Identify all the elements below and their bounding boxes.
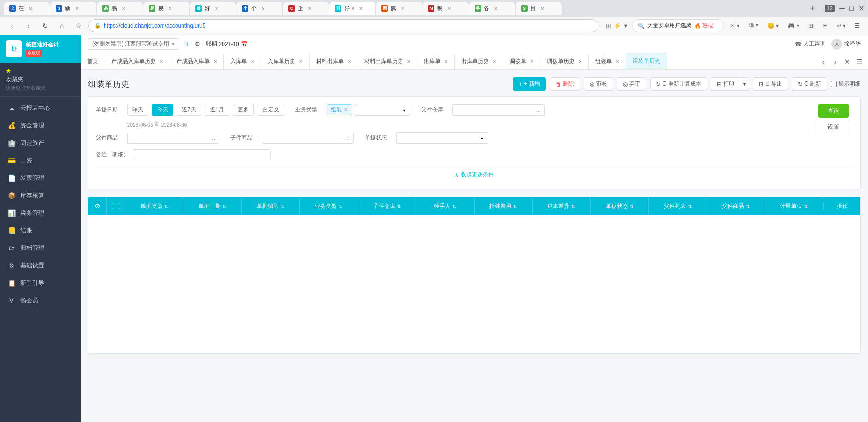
app-tab-at6[interactable]: 材料出库单✕ bbox=[310, 53, 358, 70]
settings-btn[interactable]: ⚙ bbox=[195, 40, 200, 47]
undo-tool[interactable]: ↩ ▾ bbox=[834, 22, 848, 30]
date-btn-1month[interactable]: 近1月 bbox=[205, 104, 229, 116]
app-tab-close-at7[interactable]: ✕ bbox=[407, 59, 411, 64]
app-tab-close-at2[interactable]: ✕ bbox=[159, 59, 163, 64]
th-cost-diff[interactable]: 成本差异 ⇅ bbox=[533, 197, 591, 215]
app-tab-at10[interactable]: 调拨单✕ bbox=[503, 53, 540, 70]
app-tab-at3[interactable]: 产成品入库单✕ bbox=[170, 53, 224, 70]
emoji-tool[interactable]: 😊 ▾ bbox=[765, 22, 781, 30]
add-company-btn[interactable]: + bbox=[185, 40, 189, 48]
app-tab-at5[interactable]: 入库单历史✕ bbox=[261, 53, 310, 70]
address-bar[interactable]: 🔒 https://cloud.chanjet.com/accounting/u… bbox=[88, 19, 598, 32]
tab-scroll-right[interactable]: › bbox=[830, 57, 840, 67]
browser-tab-t11[interactable]: 各 各 ✕ bbox=[469, 2, 515, 15]
app-tab-at8[interactable]: 出库单✕ bbox=[417, 53, 455, 70]
th-settings[interactable]: ⚙ bbox=[88, 197, 107, 215]
sidebar-item-cloud-report[interactable]: ☁ 云报表中心 bbox=[0, 99, 81, 117]
tab-menu[interactable]: ☰ bbox=[854, 57, 864, 67]
browser-tab-t8[interactable]: 好 好 × ✕ bbox=[329, 2, 375, 15]
tab-close-all[interactable]: ✕ bbox=[842, 57, 852, 67]
app-tab-at4[interactable]: 入库单✕ bbox=[224, 53, 261, 70]
scrollbar-area[interactable] bbox=[88, 354, 861, 359]
th-biz-type[interactable]: 业务类型 ⇅ bbox=[300, 197, 358, 215]
menu-tool[interactable]: ☰ bbox=[852, 22, 862, 30]
brightness-tool[interactable]: ☀ bbox=[820, 22, 830, 30]
lightning-icon[interactable]: ⚡ bbox=[613, 22, 621, 29]
app-tab-close-at8[interactable]: ✕ bbox=[444, 59, 448, 64]
browser-tab-t3[interactable]: 易 易 ✕ bbox=[97, 2, 143, 15]
select-all-checkbox[interactable] bbox=[113, 203, 119, 209]
sidebar-item-archive[interactable]: 🗂 归档管理 bbox=[0, 239, 81, 257]
date-btn-yesterday[interactable]: 昨天 bbox=[127, 104, 148, 116]
date-btn-more[interactable]: 更多 bbox=[233, 104, 254, 116]
tab-close-icon[interactable]: ✕ bbox=[308, 6, 311, 11]
parent-warehouse-dropdown[interactable]: ... bbox=[452, 104, 545, 116]
sidebar-item-vip[interactable]: V 畅会员 bbox=[0, 292, 81, 309]
print-dropdown[interactable]: ▾ bbox=[740, 77, 749, 91]
th-checkbox[interactable] bbox=[107, 197, 125, 215]
th-handler[interactable]: 经手人 ⇅ bbox=[416, 197, 474, 215]
maximize-button[interactable]: □ bbox=[849, 4, 854, 12]
sidebar-item-wage[interactable]: 💳 工资 bbox=[0, 152, 81, 169]
th-parent-list[interactable]: 父件列表 ⇅ bbox=[649, 197, 707, 215]
th-parent-goods[interactable]: 父件商品 ⇅ bbox=[707, 197, 765, 215]
date-btn-custom[interactable]: 自定义 bbox=[258, 104, 284, 116]
child-goods-input[interactable]: ... bbox=[262, 133, 354, 144]
app-tab-close-at10[interactable]: ✕ bbox=[530, 59, 534, 64]
refresh-button[interactable]: ↻ C 刷新 bbox=[792, 77, 827, 91]
browser-tab-t7[interactable]: C 企 ✕ bbox=[283, 2, 329, 15]
app-tab-at11[interactable]: 调拨单历史✕ bbox=[540, 53, 589, 70]
recalc-button[interactable]: ↻ C 重新计算成本 bbox=[650, 77, 707, 91]
app-tab-close-at12[interactable]: ✕ bbox=[616, 59, 619, 64]
app-tab-close-at9[interactable]: ✕ bbox=[493, 59, 496, 64]
app-tab-at1[interactable]: 首页 bbox=[81, 53, 105, 70]
dropdown-arrow[interactable]: ▼ bbox=[623, 23, 628, 29]
sidebar-item-tax[interactable]: 📊 税务管理 bbox=[0, 204, 81, 222]
app-tab-close-at5[interactable]: ✕ bbox=[299, 59, 303, 64]
abandon-button[interactable]: ◎ 弃审 bbox=[617, 77, 646, 91]
company-selector[interactable]: (勿删勿禁用) 江西服宝测试专用 ▼ bbox=[88, 38, 179, 50]
browser-tab-t5[interactable]: 好 好 ✕ bbox=[190, 2, 236, 15]
apps-icon[interactable]: ⊞ bbox=[606, 22, 611, 29]
app-tab-at13[interactable]: 组装单历史 bbox=[626, 53, 667, 70]
print-button[interactable]: ⊟ 打印 bbox=[711, 77, 740, 91]
biz-type-dropdown[interactable] bbox=[355, 104, 410, 116]
tab-scroll-left[interactable]: ‹ bbox=[818, 57, 828, 67]
close-button[interactable]: ✕ bbox=[858, 4, 864, 13]
tab-close-icon[interactable]: ✕ bbox=[75, 6, 79, 11]
th-bill-type[interactable]: 单据类型 ⇅ bbox=[125, 197, 183, 215]
tab-close-icon[interactable]: ✕ bbox=[261, 6, 265, 11]
th-unit[interactable]: 计量单位 ⇅ bbox=[765, 197, 823, 215]
date-btn-7days[interactable]: 近7天 bbox=[177, 104, 201, 116]
app-tab-at12[interactable]: 组装单✕ bbox=[589, 53, 626, 70]
reload-button[interactable]: ↻ bbox=[39, 19, 52, 32]
tab-close-icon[interactable]: ✕ bbox=[447, 6, 451, 11]
query-button[interactable]: 查询 bbox=[818, 104, 849, 118]
date-btn-today[interactable]: 今天 bbox=[152, 104, 173, 116]
app-tab-close-at4[interactable]: ✕ bbox=[251, 59, 254, 64]
sidebar-item-account[interactable]: 📒 结账 bbox=[0, 222, 81, 239]
th-disassembly-fee[interactable]: 拆装费用 ⇅ bbox=[475, 197, 533, 215]
back-button[interactable]: ‹ bbox=[6, 19, 18, 32]
browser-tab-t9[interactable]: 腾 腾 ✕ bbox=[376, 2, 422, 15]
sidebar-favorites[interactable]: ★ 收藏夹 快捷键打开收藏夹 bbox=[0, 63, 81, 97]
translate-tool[interactable]: 译 ▾ bbox=[746, 21, 761, 30]
search-box[interactable]: 🔍 大量安卓用户逃离 🔥 热搜 bbox=[632, 19, 724, 32]
sidebar-item-asset[interactable]: 🏢 固定资产 bbox=[0, 134, 81, 152]
sidebar-item-settings[interactable]: ⚙ 基础设置 bbox=[0, 257, 81, 274]
th-bill-date[interactable]: 单据日期 ⇅ bbox=[183, 197, 241, 215]
app-tab-close-at6[interactable]: ✕ bbox=[347, 59, 351, 64]
bookmark-button[interactable]: ☆ bbox=[72, 19, 85, 32]
sidebar-item-fund[interactable]: 💰 资金管理 bbox=[0, 117, 81, 134]
home-button[interactable]: ⌂ bbox=[55, 19, 68, 32]
th-bill-status[interactable]: 单据状态 ⇅ bbox=[591, 197, 649, 215]
app-tab-close-at11[interactable]: ✕ bbox=[578, 59, 582, 64]
app-tab-at7[interactable]: 材料出库单历史✕ bbox=[358, 53, 417, 70]
browser-tab-t1[interactable]: 文 在 ✕ bbox=[4, 2, 50, 15]
show-detail-checkbox[interactable] bbox=[831, 81, 837, 87]
minimize-button[interactable]: ─ bbox=[839, 4, 845, 12]
user-info[interactable]: 人 徐泽华 bbox=[831, 39, 861, 50]
parent-goods-input[interactable]: ... bbox=[127, 133, 219, 144]
export-button[interactable]: ⊡ ⊡ 导出 bbox=[753, 77, 788, 91]
browser-tab-t12[interactable]: S 目 ✕ bbox=[516, 2, 562, 15]
